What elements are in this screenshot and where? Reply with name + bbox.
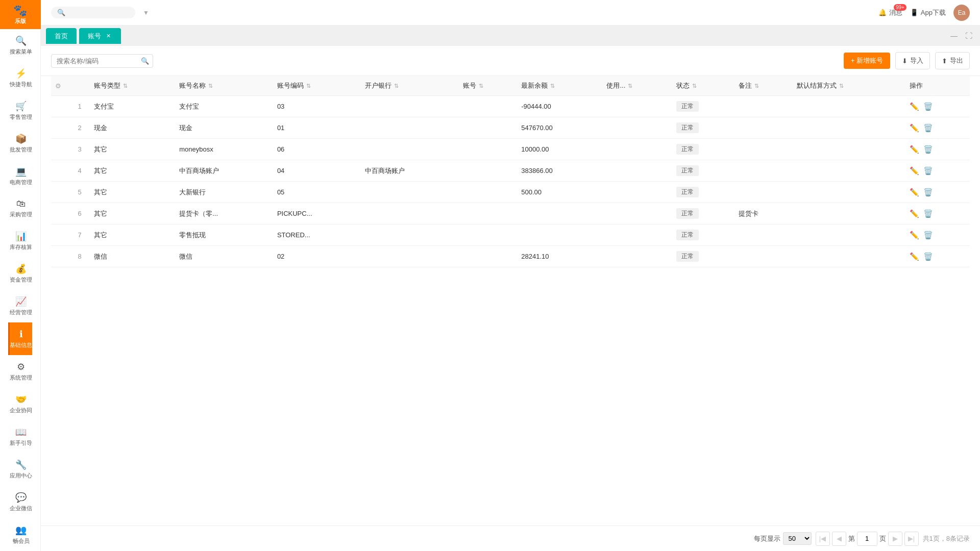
row-settings-4	[51, 160, 69, 182]
minimize-button[interactable]: —	[948, 30, 960, 42]
row-remark-7	[734, 224, 793, 246]
th-index	[69, 76, 90, 96]
th-settings[interactable]: ⚙	[51, 76, 69, 96]
page-suffix: 页	[879, 534, 886, 543]
th-account-name[interactable]: 账号名称⇅	[175, 76, 273, 96]
edit-icon-3[interactable]: ✏️	[910, 145, 919, 154]
sidebar-item-ecommerce[interactable]: 💻电商管理	[8, 160, 32, 192]
th-account-code[interactable]: 账号编码⇅	[273, 76, 361, 96]
sidebar-item-retail[interactable]: 🛒零售管理	[8, 94, 32, 127]
sidebar-item-cooperation[interactable]: 🤝企业协同	[8, 388, 32, 420]
page-size-selector[interactable]: 每页显示 50 100	[754, 532, 812, 545]
main-content: 🔍 + 新增账号 ⬇ 导入 ⬆ 导出 ⚙	[41, 46, 980, 551]
sidebar-item-system[interactable]: ⚙系统管理	[8, 355, 32, 388]
content-toolbar: 🔍 + 新增账号 ⬇ 导入 ⬆ 导出	[41, 46, 980, 76]
first-page-button[interactable]: |◀	[816, 532, 830, 546]
row-account-3	[459, 139, 517, 160]
row-default-settle-5	[793, 182, 905, 203]
sidebar-item-finance[interactable]: 💰资金管理	[8, 257, 32, 290]
app-download-button[interactable]: 📱 App下载	[910, 8, 946, 17]
row-name-1: 支付宝	[175, 96, 273, 117]
tab-close-icon[interactable]: ✕	[104, 32, 112, 40]
delete-icon-8[interactable]: 🗑️	[923, 252, 933, 261]
delete-icon-4[interactable]: 🗑️	[923, 166, 933, 176]
content-search-box[interactable]: 🔍	[51, 54, 153, 68]
add-account-button[interactable]: + 新增账号	[844, 53, 890, 69]
last-page-button[interactable]: ▶|	[904, 532, 919, 546]
th-status[interactable]: 状态⇅	[672, 76, 734, 96]
th-remark[interactable]: 备注⇅	[734, 76, 793, 96]
sidebar-item-operations[interactable]: 📈经营管理	[8, 290, 32, 322]
accounts-table: ⚙ 账号类型⇅ 账号名称⇅ 账号编码⇅ 开户银行⇅ 账号⇅ 最新余额⇅ 使用..…	[51, 76, 970, 267]
edit-icon-7[interactable]: ✏️	[910, 231, 919, 240]
topbar-search-input[interactable]	[68, 9, 129, 16]
topbar-search[interactable]: 🔍	[51, 7, 135, 18]
row-remark-8	[734, 246, 793, 267]
user-avatar[interactable]: Ea	[953, 5, 970, 21]
dropdown-icon[interactable]: ▼	[143, 9, 149, 16]
th-bank[interactable]: 开户银行⇅	[361, 76, 459, 96]
system-icon: ⚙	[17, 361, 25, 372]
row-remark-6: 提货卡	[734, 203, 793, 224]
total-info: 共1页，8条记录	[923, 534, 970, 543]
wechat-icon: 💬	[15, 492, 27, 503]
notification-count: 99+	[894, 4, 906, 11]
row-balance-1: -90444.00	[517, 96, 602, 117]
edit-icon-2[interactable]: ✏️	[910, 123, 919, 133]
edit-icon-8[interactable]: ✏️	[910, 252, 919, 261]
th-account-num[interactable]: 账号⇅	[459, 76, 517, 96]
top-bar: 🔍 ▼ 🔔 消息 99+ 📱 App下载 Ea	[41, 0, 980, 26]
delete-icon-1[interactable]: 🗑️	[923, 102, 933, 111]
th-balance[interactable]: 最新余额⇅	[517, 76, 602, 96]
edit-icon-1[interactable]: ✏️	[910, 102, 919, 111]
content-toolbar-left: 🔍	[51, 54, 153, 68]
notification-button[interactable]: 🔔 消息 99+	[878, 8, 902, 17]
sidebar-item-guide[interactable]: 📖新手引导	[8, 420, 32, 453]
status-badge-2: 正常	[676, 122, 699, 133]
sidebar-item-inventory[interactable]: 📊库存核算	[8, 224, 32, 257]
sidebar-item-purchase[interactable]: 🛍采购管理	[8, 192, 32, 224]
row-actions-4: ✏️ 🗑️	[905, 160, 970, 182]
sort-icon-settle: ⇅	[839, 83, 844, 89]
row-index-2: 2	[69, 117, 90, 139]
sort-icon-account: ⇅	[479, 83, 483, 89]
pagination: 每页显示 50 100 |◀ ◀ 第 页 ▶ ▶| 共1页，8条记录	[754, 532, 970, 546]
status-badge-1: 正常	[676, 101, 699, 112]
tab-account[interactable]: 账号 ✕	[79, 28, 121, 44]
delete-icon-7[interactable]: 🗑️	[923, 231, 933, 240]
sidebar-item-app_center[interactable]: 🔧应用中心	[8, 453, 32, 486]
sidebar-item-wechat[interactable]: 💬企业微信	[8, 486, 32, 518]
maximize-button[interactable]: ⛶	[963, 30, 975, 42]
edit-icon-6[interactable]: ✏️	[910, 209, 919, 218]
sidebar-item-wholesale[interactable]: 📦批发管理	[8, 127, 32, 160]
th-default-settle[interactable]: 默认结算方式⇅	[793, 76, 905, 96]
export-button[interactable]: ⬆ 导出	[935, 52, 970, 69]
delete-icon-6[interactable]: 🗑️	[923, 209, 933, 218]
delete-icon-3[interactable]: 🗑️	[923, 145, 933, 154]
inventory-icon: 📊	[15, 231, 27, 242]
page-size-select[interactable]: 50 100	[783, 532, 812, 545]
page-number-input[interactable]	[857, 532, 877, 546]
mobile-icon: 📱	[910, 9, 918, 16]
tab-home[interactable]: 首页	[46, 28, 77, 44]
import-button[interactable]: ⬇ 导入	[895, 52, 930, 69]
delete-icon-2[interactable]: 🗑️	[923, 123, 933, 133]
th-usage[interactable]: 使用...⇅	[602, 76, 672, 96]
sidebar-item-search[interactable]: 🔍搜索菜单	[8, 29, 32, 62]
content-search-input[interactable]	[57, 57, 138, 65]
row-usage-7	[602, 224, 672, 246]
row-bank-4: 中百商场账户	[361, 160, 459, 182]
sidebar-item-member[interactable]: 👥畅会员	[8, 518, 32, 551]
sidebar-item-shortcut[interactable]: ⚡快捷导航	[8, 62, 32, 94]
edit-icon-5[interactable]: ✏️	[910, 188, 919, 197]
export-icon: ⬆	[942, 57, 947, 65]
edit-icon-4[interactable]: ✏️	[910, 166, 919, 176]
delete-icon-5[interactable]: 🗑️	[923, 188, 933, 197]
sidebar-item-basic[interactable]: ℹ基础信息	[8, 322, 32, 355]
sidebar-label-system: 系统管理	[10, 374, 32, 382]
next-page-button[interactable]: ▶	[888, 532, 902, 546]
prev-page-button[interactable]: ◀	[832, 532, 846, 546]
avatar-text: Ea	[958, 9, 966, 16]
row-status-4: 正常	[672, 160, 734, 182]
th-account-type[interactable]: 账号类型⇅	[90, 76, 175, 96]
